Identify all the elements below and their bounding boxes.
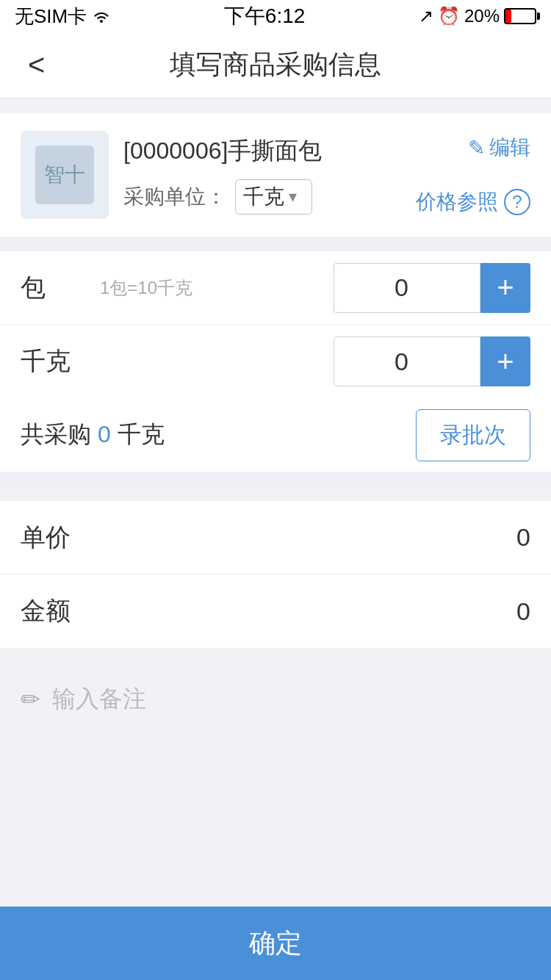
input-section: 包 1包=10千克 + 千克 + [0,251,551,398]
page-title: 填写商品采购信息 [170,47,381,83]
status-left: 无SIM卡 [15,4,110,29]
edit-label: 编辑 [489,134,530,162]
total-prefix: 共采购 [21,421,91,447]
price-reference-button[interactable]: 价格参照 ? [416,188,530,216]
pencil-icon: ✏ [21,685,40,713]
pack-sublabel: 1包=10千克 [100,276,192,300]
total-text: 共采购 0 千克 [21,419,165,451]
kg-quantity-input[interactable] [334,336,480,386]
battery-percentage: 20% [464,6,500,26]
product-thumb-label: 智十 [44,161,85,189]
location-icon: ↗ [419,6,433,26]
alarm-icon: ⏰ [438,6,460,26]
edit-icon: ✎ [468,136,485,160]
total-unit-value: 千克 [118,421,165,447]
unit-price-value: 0 [516,523,530,552]
battery-icon [504,8,536,24]
back-icon: < [28,48,45,81]
unit-price-label: 单价 [21,521,71,555]
kg-plus-button[interactable]: + [480,336,530,386]
pack-quantity-input[interactable] [334,263,480,313]
pack-plus-button[interactable]: + [480,263,530,313]
status-right: ↗ ⏰ 20% [419,6,536,26]
notes-section[interactable]: ✏ 输入备注 [0,663,551,736]
product-card: 智十 [0000006]手撕面包 采购单位： 千克 ▾ ✎ 编辑 价格参照 ? [0,113,551,237]
pack-label: 包 [21,271,94,305]
bottom-space [0,736,551,883]
pack-input-row: 包 1包=10千克 + [0,251,551,325]
kg-qty-wrap: + [334,336,530,386]
unit-value: 千克 [243,183,284,211]
total-row: 共采购 0 千克 录批次 [0,398,551,472]
notes-placeholder: 输入备注 [52,683,146,716]
record-batch-button[interactable]: 录批次 [416,409,530,461]
pricing-section: 单价 0 金额 0 [0,501,551,648]
product-thumb-inner: 智十 [35,145,94,204]
wifi-icon [93,5,110,28]
amount-row: 金额 0 [0,574,551,648]
battery-fill [505,10,511,23]
confirm-button[interactable]: 确定 [0,907,551,980]
unit-label: 采购单位： [123,183,226,211]
product-thumbnail: 智十 [21,131,109,219]
nav-bar: < 填写商品采购信息 [0,32,551,98]
total-amount-value: 0 [98,421,111,447]
chevron-down-icon: ▾ [289,187,297,206]
edit-button[interactable]: ✎ 编辑 [468,134,530,162]
kg-input-row: 千克 + [0,325,551,398]
unit-select[interactable]: 千克 ▾ [235,179,312,215]
status-time: 下午6:12 [224,2,306,30]
price-ref-label: 价格参照 [416,188,498,216]
amount-label: 金额 [21,594,71,628]
section-divider-2 [0,472,551,486]
confirm-button-label: 确定 [249,926,302,962]
kg-label: 千克 [21,345,94,378]
amount-value: 0 [516,597,530,626]
carrier-label: 无SIM卡 [15,4,87,29]
unit-price-row: 单价 0 [0,501,551,574]
pack-qty-wrap: + [334,263,530,313]
back-button[interactable]: < [21,41,52,89]
help-icon: ? [504,189,530,215]
section-divider-1 [0,237,551,251]
status-bar: 无SIM卡 下午6:12 ↗ ⏰ 20% [0,0,551,32]
